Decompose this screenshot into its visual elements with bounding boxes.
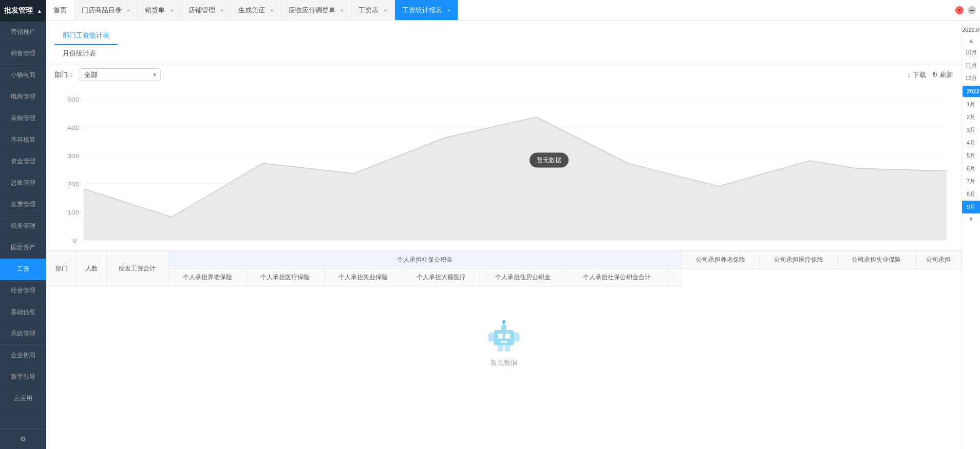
chart-wrapper: 0 100 200 300 400 500 [46, 86, 962, 250]
dept-label: 部门： [54, 70, 74, 80]
year-current-label: 2022.09 [962, 25, 980, 35]
th-count: 人数 [77, 251, 106, 286]
tab-item-2[interactable]: 销货单× [138, 0, 181, 21]
tab-item-7[interactable]: 工资统计报表× [395, 0, 458, 21]
month-item-12[interactable]: 9月 [962, 201, 980, 213]
tab-item-5[interactable]: 应收应付调整单× [281, 0, 351, 21]
th-personal-group: 个人承担社保公积金 [168, 251, 682, 269]
tab-label-5: 应收应付调整单 [289, 6, 335, 15]
sidebar-item-5[interactable]: 库存核算 [0, 129, 46, 151]
sidebar-item-2[interactable]: 小畅电商 [0, 65, 46, 86]
th-company-other: 公司承担 [915, 251, 961, 269]
sub-tab-1[interactable]: 月份统计表 [54, 45, 118, 63]
svg-text:400: 400 [67, 125, 79, 131]
tab-close-2[interactable]: × [170, 7, 173, 13]
month-item-11[interactable]: 8月 [962, 188, 980, 201]
sidebar-item-9[interactable]: 税务管理 [0, 216, 46, 237]
tab-close-5[interactable]: × [341, 7, 344, 13]
svg-rect-14 [505, 334, 510, 339]
sub-tab-bar: 部门工资统计表月份统计表 [46, 21, 962, 63]
th-personal-housing: 个人承担住房公积金 [480, 269, 566, 286]
sidebar-item-4[interactable]: 采购管理 [0, 108, 46, 129]
sidebar-item-6[interactable]: 资金管理 [0, 151, 46, 172]
window-minimize-button[interactable]: — [968, 6, 976, 14]
toolbar-right: ↓ 下载 ↻ 刷新 [908, 70, 954, 80]
month-item-9[interactable]: 6月 [962, 162, 980, 175]
month-item-2[interactable]: 12月 [962, 72, 980, 85]
window-controls: × — [951, 6, 980, 14]
refresh-label: 刷新 [940, 70, 953, 80]
tab-item-4[interactable]: 生成凭证× [231, 0, 281, 21]
sidebar-item-0[interactable]: 营销推广 [0, 22, 46, 43]
svg-rect-19 [488, 333, 494, 342]
sidebar-item-15[interactable]: 企业协同 [0, 345, 46, 366]
tab-item-1[interactable]: 门店商品目录× [74, 0, 138, 21]
tab-item-6[interactable]: 工资表× [351, 0, 394, 21]
sidebar-item-8[interactable]: 发票管理 [0, 194, 46, 216]
panel-up-arrow[interactable]: ▲ [966, 35, 976, 46]
sidebar-item-17[interactable]: 云应用 [0, 388, 46, 409]
month-item-10[interactable]: 7月 [962, 175, 980, 188]
empty-robot-icon [483, 317, 524, 358]
tab-close-1[interactable]: × [127, 7, 130, 13]
month-item-8[interactable]: 5月 [962, 149, 980, 162]
th-personal-unemploy: 个人承担失业保险 [324, 269, 402, 286]
svg-text:200: 200 [67, 181, 79, 187]
tab-close-3[interactable]: × [220, 7, 223, 13]
th-company-unemploy: 公司承担失业保险 [837, 251, 915, 269]
month-item-5[interactable]: 2月 [962, 111, 980, 124]
sidebar-item-12[interactable]: 经营管理 [0, 280, 46, 302]
svg-rect-16 [501, 325, 506, 330]
sidebar-item-7[interactable]: 总账管理 [0, 172, 46, 194]
sidebar-item-3[interactable]: 电商管理 [0, 86, 46, 108]
toolbar: 部门： 全部 ▾ ↓ 下载 ↻ 刷新 [46, 63, 962, 86]
download-button[interactable]: ↓ 下载 [908, 70, 927, 80]
window-close-button[interactable]: × [955, 6, 964, 14]
month-item-6[interactable]: 3月 [962, 124, 980, 136]
sidebar-item-11[interactable]: 工资 [0, 259, 46, 280]
sidebar-collapse-arrow: ▲ [37, 8, 42, 14]
th-company-medical: 公司承担医疗保险 [760, 251, 838, 269]
month-item-1[interactable]: 11月 [962, 59, 980, 72]
sidebar-item-1[interactable]: 销售管理 [0, 43, 46, 65]
empty-text: 暂无数据 [491, 358, 517, 367]
sidebar-item-14[interactable]: 系统管理 [0, 323, 46, 345]
tab-close-7[interactable]: × [447, 7, 450, 13]
sidebar-item-13[interactable]: 基础信息 [0, 302, 46, 323]
tab-close-4[interactable]: × [270, 7, 273, 13]
th-total-salary: 应发工资合计 [106, 251, 168, 286]
svg-rect-21 [498, 345, 503, 352]
svg-rect-22 [505, 345, 510, 352]
toolbar-left: 部门： 全部 ▾ [54, 68, 161, 81]
month-item-7[interactable]: 4月 [962, 136, 980, 149]
sidebar: 批发管理 ▲ 营销推广销售管理小畅电商电商管理采购管理库存核算资金管理总账管理发… [0, 0, 46, 449]
svg-rect-13 [498, 334, 503, 339]
tab-item-0[interactable]: 首页 [46, 0, 74, 21]
tab-label-2: 销货单 [145, 6, 165, 15]
dept-select-wrapper: 全部 ▾ [79, 68, 161, 81]
data-table: 部门 人数 应发工资合计 个人承担社保公积金 公司承担养老保险 公司承担医疗保险… [46, 251, 962, 286]
sub-tab-0[interactable]: 部门工资统计表 [54, 27, 118, 45]
th-dept: 部门 [47, 251, 77, 286]
sidebar-item-10[interactable]: 固定资产 [0, 237, 46, 259]
svg-text:100: 100 [67, 209, 79, 216]
tab-close-6[interactable]: × [384, 7, 387, 13]
svg-text:500: 500 [67, 96, 79, 103]
th-personal-large-medical: 个人承担大额医疗 [402, 269, 480, 286]
month-item-4[interactable]: 1月 [962, 98, 980, 111]
refresh-button[interactable]: ↻ 刷新 [932, 70, 953, 80]
tab-item-3[interactable]: 店铺管理× [181, 0, 231, 21]
page: 部门工资统计表月份统计表 部门： 全部 ▾ ↓ 下载 [46, 21, 962, 449]
month-item-3[interactable]: 2022 [963, 86, 980, 97]
sidebar-item-16[interactable]: 新手引导 [0, 366, 46, 388]
dept-select[interactable]: 全部 [79, 68, 161, 81]
tab-bar: 首页门店商品目录×销货单×店铺管理×生成凭证×应收应付调整单×工资表×工资统计报… [46, 0, 980, 21]
month-item-0[interactable]: 10月 [962, 46, 980, 59]
gear-icon: ⚙ [20, 435, 26, 443]
th-placeholder [668, 269, 682, 286]
svg-text:0: 0 [73, 238, 77, 244]
sidebar-header[interactable]: 批发管理 ▲ [0, 0, 46, 22]
th-personal-pension: 个人承担养老保险 [168, 269, 247, 286]
panel-down-arrow[interactable]: ▼ [966, 213, 976, 225]
sidebar-footer-settings[interactable]: ⚙ [0, 428, 46, 449]
